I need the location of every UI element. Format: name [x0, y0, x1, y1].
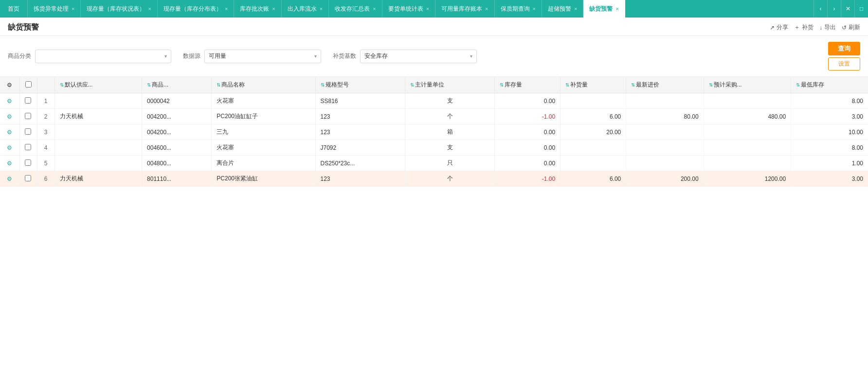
tab-close-icon[interactable]: × — [148, 6, 151, 12]
category-select[interactable]: ▾ — [35, 50, 171, 63]
col-label-min_stock: 最低库存 — [801, 81, 824, 88]
row-gear-icon[interactable]: ⚙ — [7, 144, 12, 151]
sort-icon-latest_price: ⇅ — [631, 82, 635, 88]
row-gear-icon[interactable]: ⚙ — [7, 176, 12, 182]
cell-gear: ⚙ — [0, 156, 19, 171]
tab-expiry-query[interactable]: 保质期查询× — [495, 0, 542, 18]
tab-close-icon[interactable]: × — [426, 6, 429, 12]
col-num — [37, 77, 54, 93]
row-checkbox[interactable] — [25, 175, 31, 181]
tab-home[interactable]: 首页 — [0, 0, 28, 18]
gear-settings-icon[interactable]: ⚙ — [7, 82, 12, 88]
tab-close-icon[interactable]: × — [320, 6, 323, 12]
tab-next-btn[interactable]: › — [827, 0, 841, 18]
replenish-basis-dropdown-icon: ▾ — [470, 53, 472, 59]
table-row: ⚙5004800...离合片DS250*23c...只0.001.00 — [0, 156, 868, 171]
tab-close-btn[interactable]: ✕ — [841, 0, 854, 18]
datasource-select[interactable]: 可用量 ▾ — [204, 50, 321, 63]
refresh-button[interactable]: ↺ 刷新 — [842, 23, 860, 32]
cell-stock: -1.00 — [495, 109, 561, 124]
datasource-dropdown-icon: ▾ — [314, 53, 317, 59]
tab-in-out-flow[interactable]: 出入库流水× — [282, 0, 329, 18]
cell-default_supplier — [54, 124, 142, 140]
tab-batch-account[interactable]: 库存批次账× — [234, 0, 281, 18]
select-all-checkbox[interactable] — [25, 81, 32, 88]
tab-shortage[interactable]: 缺货预警× — [583, 0, 625, 18]
tab-close-icon[interactable]: × — [373, 6, 376, 12]
tab-close-icon[interactable]: × — [615, 6, 618, 12]
tab-maximize-btn[interactable]: □ — [854, 0, 868, 18]
col-default_supplier[interactable]: ⇅默认供应... — [54, 77, 142, 93]
tab-label: 要货单统计表 — [388, 5, 423, 13]
sort-icon-min_stock: ⇅ — [796, 82, 800, 88]
tab-inventory-status[interactable]: 现存量（库存状况表）× — [81, 0, 157, 18]
cell-est_purchase — [704, 156, 791, 171]
tab-close-icon[interactable]: × — [272, 6, 275, 12]
row-gear-icon[interactable]: ⚙ — [7, 98, 12, 105]
col-min_stock[interactable]: ⇅最低库存 — [791, 77, 868, 93]
row-checkbox[interactable] — [25, 144, 31, 150]
cell-latest_price: 80.00 — [626, 109, 704, 124]
tab-prev-btn[interactable]: ‹ — [814, 0, 827, 18]
table-row: ⚙10000042火花塞SS816支0.008.00 — [0, 93, 868, 109]
export-button[interactable]: ↓ 导出 — [819, 23, 836, 32]
cell-check — [19, 171, 37, 187]
cell-unit: 个 — [405, 109, 495, 124]
cell-num: 4 — [37, 140, 54, 156]
col-unit[interactable]: ⇅主计量单位 — [405, 77, 495, 93]
tab-label: 收发存汇总表 — [335, 5, 370, 13]
cell-latest_price — [626, 124, 704, 140]
col-stock[interactable]: ⇅库存量 — [495, 77, 561, 93]
col-spec[interactable]: ⇅规格型号 — [315, 77, 405, 93]
tab-close-icon[interactable]: × — [72, 6, 74, 12]
tab-inventory-dist[interactable]: 现存量（库存分布表）× — [158, 0, 234, 18]
col-replenish_qty[interactable]: ⇅补货量 — [561, 77, 626, 93]
row-gear-icon[interactable]: ⚙ — [7, 129, 12, 136]
col-product_code[interactable]: ⇅商品... — [142, 77, 212, 93]
col-label-unit: 主计量单位 — [415, 81, 444, 88]
cell-est_purchase: 1200.00 — [704, 171, 791, 187]
cell-num: 3 — [37, 124, 54, 140]
cell-product_code: 004600... — [142, 140, 212, 156]
settings-button[interactable]: 设置 — [828, 57, 860, 70]
replenish-basis-filter: 补货基数 安全库存 ▾ — [333, 50, 477, 63]
row-checkbox[interactable] — [25, 159, 31, 166]
row-checkbox[interactable] — [25, 97, 31, 104]
filter-actions: 查询 设置 — [828, 42, 860, 70]
cell-default_supplier — [54, 93, 142, 109]
cell-est_purchase: 480.00 — [704, 109, 791, 124]
cell-product_code: 004200... — [142, 124, 212, 140]
tab-available-ledger[interactable]: 可用量库存账本× — [435, 0, 494, 18]
col-latest_price[interactable]: ⇅最新进价 — [626, 77, 704, 93]
tab-order-stat[interactable]: 要货单统计表× — [382, 0, 435, 18]
data-table: ⚙⇅默认供应...⇅商品...⇅商品名称⇅规格型号⇅主计量单位⇅库存量⇅补货量⇅… — [0, 77, 868, 187]
row-gear-icon[interactable]: ⚙ — [7, 160, 12, 167]
tab-receive-summary[interactable]: 收发存汇总表× — [329, 0, 382, 18]
cell-est_purchase — [704, 124, 791, 140]
col-label-product_name: 商品名称 — [221, 81, 245, 88]
col-est_purchase[interactable]: ⇅预计采购... — [704, 77, 791, 93]
row-gear-icon[interactable]: ⚙ — [7, 113, 12, 120]
tab-label: 出入库流水 — [288, 5, 317, 13]
main-content: 缺货预警 ↗ 分享 ＋ 补货 ↓ 导出 ↺ 刷新 商品分类 — [0, 18, 868, 387]
cell-gear: ⚙ — [0, 124, 19, 140]
tab-abnormal[interactable]: 拣货异常处理× — [28, 0, 81, 18]
cell-num: 6 — [37, 171, 54, 187]
query-button[interactable]: 查询 — [828, 42, 860, 55]
tab-close-icon[interactable]: × — [574, 6, 577, 12]
sort-icon-stock: ⇅ — [500, 82, 504, 88]
table-row: ⚙2力天机械004200...PC200油缸缸子123个-1.006.0080.… — [0, 109, 868, 124]
share-button[interactable]: ↗ 分享 — [770, 23, 788, 32]
category-label: 商品分类 — [8, 52, 31, 60]
share-icon: ↗ — [770, 24, 775, 31]
col-product_name[interactable]: ⇅商品名称 — [212, 77, 315, 93]
sort-icon-default_supplier: ⇅ — [60, 82, 64, 88]
replenish-button[interactable]: ＋ 补货 — [794, 23, 814, 32]
row-checkbox[interactable] — [25, 113, 31, 119]
tab-close-icon[interactable]: × — [533, 6, 536, 12]
replenish-basis-select[interactable]: 安全库存 ▾ — [360, 50, 477, 63]
tab-overstock[interactable]: 超储预警× — [542, 0, 583, 18]
row-checkbox[interactable] — [25, 128, 31, 135]
tab-close-icon[interactable]: × — [225, 6, 228, 12]
tab-close-icon[interactable]: × — [485, 6, 488, 12]
